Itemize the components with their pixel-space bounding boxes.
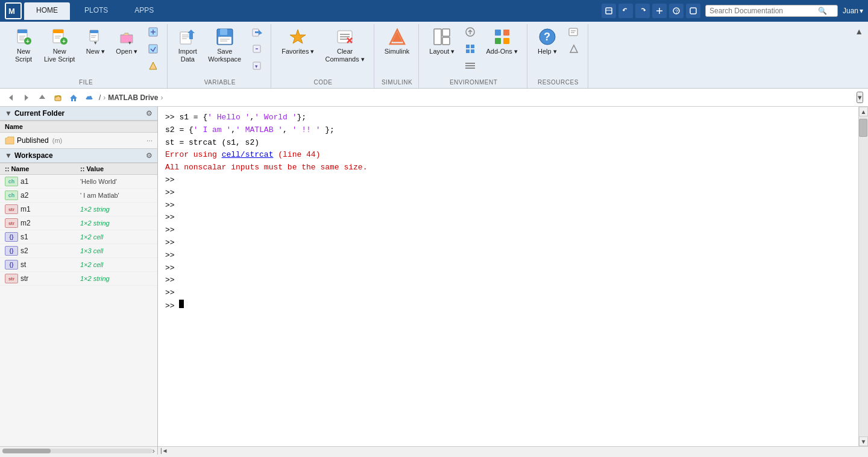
folder-name-published: Published xyxy=(17,136,49,145)
file-op-1[interactable] xyxy=(144,24,162,40)
simulink-button[interactable]: Simulink xyxy=(380,24,414,58)
svg-rect-40 xyxy=(218,37,231,44)
search-icon[interactable]: 🔍 xyxy=(818,7,827,15)
svg-rect-63 xyxy=(466,49,470,53)
open-button[interactable]: ▾ Open ▾ xyxy=(112,24,142,58)
var-op-1[interactable] xyxy=(248,24,266,40)
ws-row-a1[interactable]: ch a1 'Hello World' xyxy=(0,175,157,189)
left-panel: ▼ Current Folder ⚙ Name Published (m) ··… xyxy=(0,107,158,455)
ws-icon-s2: {} xyxy=(5,246,18,256)
ws-row-a2[interactable]: ch a2 ' I am Matlab' xyxy=(0,189,157,203)
svg-rect-68 xyxy=(495,30,501,36)
console-prompt-active[interactable]: >> xyxy=(165,300,851,313)
ws-row-s1[interactable]: {} s1 1×2 cell xyxy=(0,230,157,244)
toolbar-icon-4[interactable] xyxy=(652,4,667,18)
svg-marker-78 xyxy=(9,95,13,101)
search-box[interactable]: 🔍 xyxy=(705,5,838,17)
env-op-1[interactable] xyxy=(461,24,479,40)
workspace-title: Workspace xyxy=(14,151,143,160)
nav-home[interactable] xyxy=(68,92,80,104)
nav-browse[interactable] xyxy=(52,92,64,104)
layout-button[interactable]: Layout ▾ xyxy=(425,24,459,58)
new-dropdown-icon: ▾ xyxy=(86,27,105,46)
res-op-1[interactable] xyxy=(565,24,583,40)
console-prompt-9: >> xyxy=(165,274,851,287)
toolbar-redo[interactable] xyxy=(635,4,650,18)
clear-commands-button[interactable]: ClearCommands ▾ xyxy=(321,24,368,66)
search-input[interactable] xyxy=(709,7,818,15)
tab-home[interactable]: HOME xyxy=(24,2,70,20)
nav-back[interactable] xyxy=(5,92,17,104)
svg-text:?: ? xyxy=(675,8,678,14)
new-dropdown-button[interactable]: ▾ New ▾ xyxy=(81,24,109,58)
console-bottom-bar: |◄ xyxy=(158,446,868,455)
favorites-button[interactable]: Favorites ▾ xyxy=(277,24,318,58)
nav-forward[interactable] xyxy=(20,92,33,104)
vscroll-track[interactable] xyxy=(859,116,868,437)
path-dropdown[interactable]: ▾ xyxy=(857,92,863,103)
env-op-2[interactable] xyxy=(461,41,479,57)
file-group-label: FILE xyxy=(10,77,162,88)
left-hscroll[interactable]: › xyxy=(0,446,157,455)
file-op-3[interactable] xyxy=(144,58,162,74)
res-op-1-icon xyxy=(568,26,580,38)
save-workspace-button[interactable]: SaveWorkspace xyxy=(204,24,245,66)
nav-up[interactable] xyxy=(36,92,48,104)
folder-settings-icon[interactable]: ⚙ xyxy=(146,109,153,118)
ribbon-group-simulink: Simulink SIMULINK xyxy=(376,24,420,88)
ws-row-m2[interactable]: str m2 1×2 string xyxy=(0,216,157,230)
nav-cloud[interactable] xyxy=(83,92,95,104)
svg-rect-25 xyxy=(90,30,98,33)
addons-button[interactable]: Add-Ons ▾ xyxy=(482,24,521,58)
toolbar-icon-1[interactable] xyxy=(602,4,616,18)
ws-collapse-icon[interactable]: ▼ xyxy=(5,151,12,160)
error-link-strcat[interactable]: cell/strcat xyxy=(222,150,274,159)
toolbar-help[interactable]: ? xyxy=(669,4,684,18)
user-menu[interactable]: Juan ▾ xyxy=(843,7,863,15)
env-op-3-icon xyxy=(464,60,476,72)
env-op-3[interactable] xyxy=(461,58,479,74)
hscroll-thumb[interactable] xyxy=(2,449,51,453)
folder-ellipsis[interactable]: ··· xyxy=(146,136,153,145)
ws-value-s2: 1×3 cell xyxy=(80,247,153,254)
new-script-button[interactable]: + NewScript xyxy=(10,24,37,66)
ribbon-collapse[interactable]: ▲ xyxy=(855,27,863,36)
console-body[interactable]: >> s1 = {' Hello ',' World '}; s2 = {' I… xyxy=(158,107,858,446)
svg-text:?: ? xyxy=(544,31,550,43)
ws-row-str[interactable]: str str 1×2 string xyxy=(0,272,157,286)
file-op-2[interactable] xyxy=(144,41,162,57)
main-area: ▼ Current Folder ⚙ Name Published (m) ··… xyxy=(0,107,868,455)
vscroll-up[interactable]: ▲ xyxy=(859,107,868,116)
folder-item-published[interactable]: Published (m) ··· xyxy=(0,134,157,147)
ws-value-a2: ' I am Matlab' xyxy=(80,192,153,199)
tab-apps[interactable]: APPS xyxy=(122,2,166,20)
layout-label: Layout ▾ xyxy=(429,48,454,55)
vscroll-thumb[interactable] xyxy=(859,119,867,137)
current-folder-panel: ▼ Current Folder ⚙ Name Published (m) ··… xyxy=(0,107,157,149)
tab-plots[interactable]: PLOTS xyxy=(72,2,120,20)
svg-text:▾: ▾ xyxy=(255,63,258,69)
hscroll-track[interactable] xyxy=(2,449,153,453)
ws-row-st[interactable]: {} st 1×2 cell xyxy=(0,258,157,272)
var-op-2[interactable] xyxy=(248,41,266,57)
ws-settings-icon[interactable]: ⚙ xyxy=(146,151,153,160)
vscroll-down[interactable]: ▼ xyxy=(859,437,868,446)
var-op-3[interactable]: ▾ xyxy=(248,58,266,74)
toolbar-undo[interactable] xyxy=(618,4,633,18)
scroll-right-btn[interactable]: › xyxy=(153,446,155,455)
res-op-2[interactable] xyxy=(565,41,583,57)
help-button[interactable]: ? Help ▾ xyxy=(533,24,561,58)
folder-collapse-icon[interactable]: ▼ xyxy=(5,109,12,118)
new-live-script-button[interactable]: + NewLive Script xyxy=(40,24,79,66)
ws-name-a1: a1 xyxy=(20,177,78,186)
ws-row-m1[interactable]: str m1 1×2 string xyxy=(0,203,157,216)
toolbar-icon-6[interactable] xyxy=(686,4,700,18)
res-op-2-icon xyxy=(568,43,580,55)
code-group-label: CODE xyxy=(277,77,369,88)
open-label: Open ▾ xyxy=(116,48,137,55)
svg-rect-10 xyxy=(690,8,696,14)
ws-value-a1: 'Hello World' xyxy=(80,178,153,185)
ws-row-s2[interactable]: {} s2 1×3 cell xyxy=(0,244,157,258)
new-script-icon: + xyxy=(14,27,33,46)
import-data-button[interactable]: ImportData xyxy=(174,24,201,66)
